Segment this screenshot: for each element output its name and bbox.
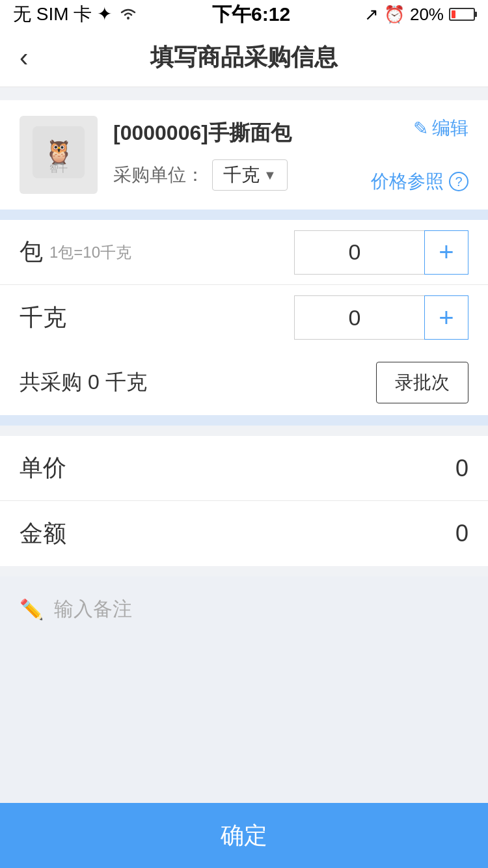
sim-label: 无 SIM 卡 ✦	[13, 2, 112, 27]
location-icon: ↗	[364, 5, 379, 25]
price-section: 单价 0 金额 0	[0, 436, 488, 566]
section-divider-2	[0, 415, 488, 426]
chevron-down-icon: ▼	[264, 168, 277, 183]
bottom-space	[0, 642, 488, 824]
price-label-unit: 单价	[20, 452, 66, 484]
wifi-icon	[118, 4, 138, 25]
price-row-unit: 单价 0	[0, 436, 488, 501]
edit-button[interactable]: ✎ 编辑	[413, 116, 468, 141]
edit-icon: ✎	[413, 118, 428, 139]
status-time: 下午6:12	[212, 1, 290, 28]
qty-input-kg[interactable]	[294, 295, 424, 340]
back-button[interactable]: ‹	[20, 43, 28, 72]
remark-placeholder: 输入备注	[54, 596, 132, 623]
product-logo: 🦉 智十	[33, 126, 85, 184]
nav-bar: ‹ 填写商品采购信息	[0, 29, 488, 87]
confirm-bar[interactable]: 确定	[0, 803, 488, 868]
qty-plus-bao[interactable]: +	[424, 230, 468, 275]
product-card: 🦉 智十 [0000006]手撕面包 采购单位： 千克 ▼ ✎ 编辑 价格参照 …	[0, 100, 488, 210]
qty-sublabel-bao: 1包=10千克	[49, 242, 131, 263]
battery-icon	[449, 8, 475, 21]
qty-label-kg: 千克	[20, 302, 66, 334]
battery-percent: 20%	[410, 5, 444, 25]
price-label-amount: 金额	[20, 518, 66, 550]
price-row-amount: 金额 0	[0, 501, 488, 566]
price-ref-button[interactable]: 价格参照 ?	[371, 169, 468, 194]
qty-row-kg: 千克 +	[0, 285, 488, 350]
pencil-icon: ✏️	[20, 598, 44, 621]
price-value-unit: 0	[455, 455, 468, 482]
svg-point-0	[127, 17, 129, 20]
qty-plus-kg[interactable]: +	[424, 295, 468, 340]
remark-section[interactable]: ✏️ 输入备注	[0, 576, 488, 642]
total-text: 共采购 0 千克	[20, 368, 147, 397]
quantity-section: 包 1包=10千克 + 千克 +	[0, 220, 488, 350]
unit-select[interactable]: 千克 ▼	[212, 159, 288, 191]
info-icon: ?	[449, 172, 468, 191]
unit-label: 采购单位：	[113, 163, 204, 187]
svg-text:🦉: 🦉	[44, 138, 74, 166]
unit-value: 千克	[223, 163, 260, 187]
batch-button[interactable]: 录批次	[376, 362, 468, 403]
svg-text:智十: 智十	[49, 163, 68, 174]
qty-row-bao: 包 1包=10千克 +	[0, 220, 488, 285]
qty-input-wrap-bao: +	[294, 230, 468, 275]
status-left: 无 SIM 卡 ✦	[13, 2, 138, 27]
status-right: ↗ ⏰ 20%	[364, 5, 475, 25]
page-title: 填写商品采购信息	[150, 42, 338, 74]
price-ref-label: 价格参照	[371, 169, 444, 194]
qty-input-wrap-kg: +	[294, 295, 468, 340]
confirm-label: 确定	[221, 820, 267, 852]
qty-label-bao: 包	[20, 236, 43, 268]
product-image: 🦉 智十	[20, 116, 98, 194]
status-bar: 无 SIM 卡 ✦ 下午6:12 ↗ ⏰ 20%	[0, 0, 488, 29]
section-divider-1	[0, 210, 488, 220]
total-row: 共采购 0 千克 录批次	[0, 350, 488, 415]
qty-input-bao[interactable]	[294, 230, 424, 275]
alarm-icon: ⏰	[384, 5, 405, 25]
price-value-amount: 0	[455, 520, 468, 547]
